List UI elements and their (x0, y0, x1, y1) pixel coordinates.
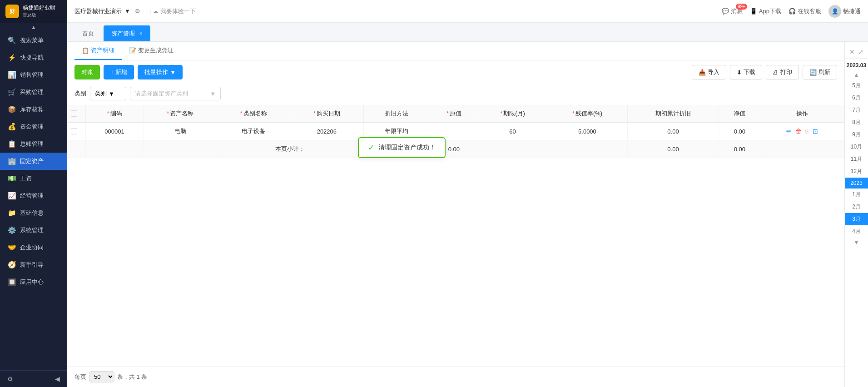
category-type-select[interactable]: 类别 ▼ (90, 87, 126, 100)
refresh-button[interactable]: 🔄 刷新 (803, 65, 837, 79)
month-8[interactable]: 8月 (845, 116, 868, 129)
app-download-label: App下载 (759, 7, 781, 15)
sidebar-item-payroll[interactable]: 💵 工资 (0, 170, 67, 187)
import-icon: 📥 (699, 69, 706, 76)
reconcile-button[interactable]: 对账 (74, 65, 100, 79)
subtotal-initial: 0.00 (627, 140, 719, 158)
sidebar-item-search[interactable]: 🔍 搜索菜单 (0, 32, 67, 49)
sidebar-item-corp-collab[interactable]: 🤝 企业协同 (0, 239, 67, 256)
sidebar-item-app-center[interactable]: 🔲 应用中心 (0, 273, 67, 291)
refresh-icon: 🔄 (809, 69, 817, 76)
year-badge[interactable]: 2023 (845, 178, 868, 189)
subtab-change-voucher-label: 变更生成凭证 (138, 46, 174, 55)
content: 📋 资产明细 📝 变更生成凭证 对账 + 新增 批量操作 ▼ (67, 42, 844, 387)
category-input[interactable]: 请选择固定资产类别 ▼ (130, 87, 221, 100)
month-12[interactable]: 12月 (845, 165, 868, 178)
corp-collab-icon: 🤝 (7, 243, 16, 252)
sidebar-item-guide[interactable]: 🧭 新手引导 (0, 256, 67, 273)
month-11[interactable]: 11月 (845, 153, 868, 165)
settings-btn[interactable]: ⚙ (135, 8, 140, 15)
select-all-checkbox[interactable] (71, 110, 77, 117)
toolbar: 对账 + 新增 批量操作 ▼ 📥 导入 ⬇ 下载 (67, 60, 844, 84)
col-check (67, 105, 85, 123)
user-name: 畅捷通 (843, 7, 861, 15)
col-period: *期限(月) (478, 105, 547, 123)
sidebar-item-basic-info[interactable]: 📁 基础信息 (0, 204, 67, 222)
month-5[interactable]: 5月 (845, 79, 868, 92)
down-arrow-icon[interactable]: ▼ (853, 238, 861, 247)
business-icon: 📈 (7, 192, 16, 200)
sidebar-scroll-up[interactable]: ▲ (31, 25, 36, 30)
month-4[interactable]: 4月 (845, 225, 868, 238)
row-code: 000001 (85, 123, 144, 140)
per-page-select[interactable]: 50 10 20 100 (89, 371, 114, 382)
expand-panel-icon[interactable]: ⤢ (857, 47, 864, 56)
logo-title: 畅捷通好业财 (23, 5, 55, 12)
payroll-icon: 💵 (7, 174, 16, 183)
company-selector[interactable]: 医疗器械行业演示 ▼ ⚙ (74, 7, 140, 15)
settings-icon[interactable]: ⚙ (7, 375, 13, 382)
collapse-icon[interactable]: ◀ (55, 375, 60, 382)
month-3-active[interactable]: 3月 (845, 213, 868, 225)
copy-icon[interactable]: ⎘ (805, 128, 809, 135)
col-depreciation: 折旧方法 (363, 105, 430, 123)
month-10[interactable]: 10月 (845, 141, 868, 153)
sidebar-item-purchase[interactable]: 🛒 采购管理 (0, 84, 67, 101)
import-button[interactable]: 📥 导入 (692, 65, 726, 79)
message-btn[interactable]: 💬 消息 99+ (722, 7, 743, 15)
subtotal-text: 本页小计： (275, 145, 305, 152)
delete-icon[interactable]: 🗑 (795, 128, 802, 135)
up-arrow-icon[interactable]: ▲ (853, 70, 861, 79)
sidebar-item-label: 搜索菜单 (20, 36, 44, 45)
sidebar-item-sys-mgmt[interactable]: ⚙️ 系统管理 (0, 222, 67, 239)
action-icons: ✏ 🗑 ⎘ ⊡ (764, 128, 840, 135)
sidebar-item-inventory[interactable]: 📦 库存核算 (0, 101, 67, 118)
ledger-icon: 📋 (7, 140, 16, 148)
app-download-btn[interactable]: 📱 App下载 (750, 7, 781, 15)
service-icon: 🎧 (789, 8, 796, 15)
col-residual-rate: *残值率(%) (547, 105, 628, 123)
logo-text-container: 畅捷通好业财 普及版 (23, 5, 55, 18)
subtab-change-voucher[interactable]: 📝 变更生成凭证 (122, 42, 181, 60)
toast-icon: ✓ (368, 143, 375, 153)
sidebar-item-label: 采购管理 (20, 88, 44, 96)
tab-close-icon[interactable]: × (139, 30, 143, 37)
col-action: 操作 (760, 105, 844, 123)
sidebar-item-ledger[interactable]: 📋 总账管理 (0, 135, 67, 153)
sidebar-item-finance[interactable]: 💰 资金管理 (0, 118, 67, 135)
tab-asset-mgmt-label: 资产管理 (111, 30, 135, 37)
month-2[interactable]: 2月 (845, 201, 868, 213)
print-label: 打印 (780, 68, 792, 76)
tab-home[interactable]: 首页 (74, 25, 102, 41)
col-purchase-date: *购买日期 (290, 105, 363, 123)
month-6[interactable]: 6月 (845, 92, 868, 104)
sidebar-item-sales[interactable]: 📊 销售管理 (0, 66, 67, 84)
download-button[interactable]: ⬇ 下载 (730, 65, 762, 79)
tab-asset-mgmt[interactable]: 资产管理 × (104, 25, 150, 41)
subtotal-period (478, 140, 547, 158)
online-service-btn[interactable]: 🎧 在线客服 (789, 7, 821, 15)
row-checkbox[interactable] (71, 128, 77, 134)
sidebar-item-fixed-asset[interactable]: 🏢 固定资产 (0, 153, 67, 170)
user-btn[interactable]: 👤 畅捷通 (828, 5, 861, 18)
sidebar-item-label: 快捷导航 (20, 54, 44, 62)
more-icon[interactable]: ⊡ (813, 128, 818, 135)
row-initial-accumulated: 0.00 (627, 123, 719, 140)
edit-icon[interactable]: ✏ (786, 128, 792, 135)
message-icon: 💬 (722, 8, 729, 15)
sidebar-item-label: 应用中心 (20, 278, 44, 286)
sidebar-item-business[interactable]: 📈 经营管理 (0, 187, 67, 204)
basic-info-icon: 📁 (7, 209, 16, 217)
batch-button[interactable]: 批量操作 ▼ (138, 65, 183, 79)
close-panel-icon[interactable]: ✕ (848, 47, 856, 56)
subtab-asset-detail[interactable]: 📋 资产明细 (74, 42, 122, 60)
month-7[interactable]: 7月 (845, 104, 868, 116)
month-1[interactable]: 1月 (845, 189, 868, 201)
month-9[interactable]: 9月 (845, 129, 868, 141)
sidebar-bottom: ⚙ ◀ (0, 370, 67, 387)
experience-btn[interactable]: ☁ 我要体验一下 (153, 7, 196, 15)
category-label: 类别 (74, 89, 86, 98)
print-button[interactable]: 🖨 打印 (766, 65, 799, 79)
sidebar-item-quicknav[interactable]: ⚡ 快捷导航 (0, 49, 67, 66)
add-button[interactable]: + 新增 (104, 65, 134, 79)
